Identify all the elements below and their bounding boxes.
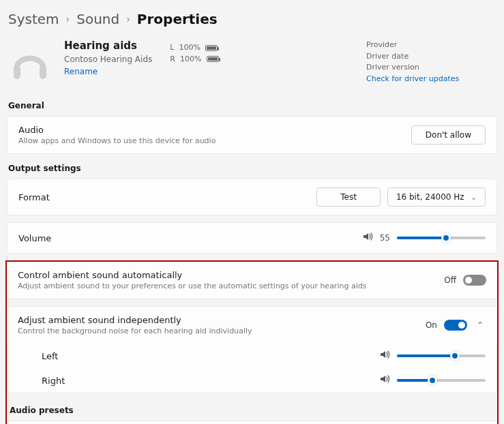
battery-icon (205, 45, 218, 51)
speaker-icon[interactable] (379, 374, 390, 387)
speaker-icon[interactable] (362, 231, 373, 245)
chevron-down-icon: ⌄ (471, 194, 477, 201)
driver-info: Provider Driver date Driver version Chec… (366, 40, 496, 86)
ambient-highlight-box: Control ambient sound automatically Adju… (5, 260, 499, 424)
ambient-auto-toggle[interactable] (463, 275, 486, 286)
ambient-right-slider[interactable] (397, 379, 486, 382)
test-button[interactable]: Test (316, 187, 381, 207)
device-header: Hearing aids Contoso Hearing Aids Rename… (0, 33, 504, 98)
device-manufacturer: Contoso Hearing Aids (64, 55, 152, 64)
battery-icon (207, 56, 219, 62)
left-battery-pct: 100% (179, 43, 200, 52)
format-card: Format Test 16 bit, 24000 Hz ⌄ (7, 179, 497, 215)
audio-label: Audio (18, 125, 216, 135)
format-select[interactable]: 16 bit, 24000 Hz ⌄ (387, 187, 486, 207)
breadcrumb-system[interactable]: System (8, 11, 59, 27)
device-info: Hearing aids Contoso Hearing Aids Rename… (64, 40, 366, 86)
ambient-left-slider[interactable] (397, 354, 486, 357)
chevron-right-icon: › (126, 14, 130, 25)
ambient-right-label: Right (42, 376, 65, 386)
driver-provider: Provider (366, 40, 496, 51)
volume-slider[interactable] (397, 237, 486, 239)
section-output: Output settings (0, 161, 504, 179)
dont-allow-button[interactable]: Don't allow (411, 125, 486, 145)
speaker-icon[interactable] (379, 349, 390, 363)
device-name: Hearing aids (64, 40, 152, 52)
ambient-auto-card: Control ambient sound automatically Adju… (7, 262, 497, 299)
svg-rect-0 (14, 65, 20, 79)
breadcrumb-sound[interactable]: Sound (76, 11, 119, 27)
section-general: General (0, 98, 504, 116)
right-battery-pct: 100% (180, 55, 201, 63)
headphones-icon (8, 42, 52, 86)
check-driver-updates-link[interactable]: Check for driver updates (366, 74, 496, 85)
right-channel-label: R (170, 55, 175, 63)
ambient-auto-sublabel: Adjust ambient sound to your preferences… (18, 282, 366, 290)
format-value: 16 bit, 24000 Hz (396, 192, 464, 202)
chevron-right-icon: › (66, 14, 70, 25)
left-channel-label: L (170, 43, 174, 52)
ambient-left-row: Left (7, 344, 497, 369)
chevron-up-icon[interactable]: ⌃ (474, 320, 486, 330)
svg-rect-1 (40, 65, 46, 79)
section-presets: Audio presets (7, 403, 497, 421)
ambient-auto-state: Off (444, 275, 456, 285)
breadcrumb: System › Sound › Properties (0, 0, 504, 33)
breadcrumb-properties: Properties (137, 11, 218, 27)
preset-card: Preset Basic ⌄ (7, 421, 497, 424)
driver-date: Driver date (366, 51, 496, 63)
ambient-auto-label: Control ambient sound automatically (18, 270, 366, 280)
ambient-ind-toggle[interactable] (444, 320, 467, 331)
driver-version: Driver version (366, 62, 496, 74)
ambient-ind-state: On (426, 320, 437, 330)
ambient-ind-label: Adjust ambient sound independently (18, 315, 252, 325)
volume-value: 55 (380, 233, 390, 243)
audio-sublabel: Allow apps and Windows to use this devic… (18, 136, 216, 145)
ambient-ind-sublabel: Control the background noise for each he… (18, 327, 252, 335)
audio-card: Audio Allow apps and Windows to use this… (7, 116, 497, 154)
format-label: Format (18, 192, 50, 202)
volume-card: Volume 55 (7, 222, 497, 254)
device-battery-levels: L 100% R 100% (170, 42, 219, 65)
ambient-ind-card: Adjust ambient sound independently Contr… (7, 306, 497, 344)
ambient-right-row: Right (7, 368, 497, 393)
rename-link[interactable]: Rename (64, 67, 98, 76)
volume-label: Volume (18, 233, 51, 243)
ambient-left-label: Left (42, 351, 58, 361)
